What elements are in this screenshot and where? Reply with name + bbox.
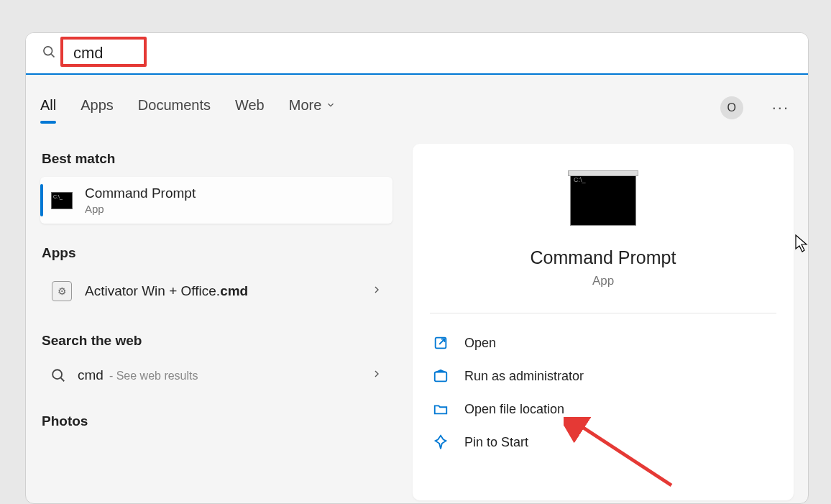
- results-column: Best match Command Prompt App Apps ⚙ Act…: [26, 129, 400, 500]
- search-icon: [50, 367, 66, 383]
- tab-more-label: More: [289, 97, 322, 114]
- web-query: cmd: [78, 367, 104, 383]
- user-avatar[interactable]: O: [720, 96, 743, 119]
- windows-search-panel: All Apps Documents Web More O ··· Best m…: [25, 32, 809, 504]
- apps-header: Apps: [42, 245, 392, 261]
- svg-rect-5: [435, 372, 447, 382]
- tab-web[interactable]: Web: [235, 97, 265, 119]
- preview-subtitle: App: [430, 274, 776, 288]
- more-options-button[interactable]: ···: [768, 98, 794, 117]
- chevron-right-icon: [371, 368, 382, 382]
- cmd-app-icon: [50, 189, 73, 212]
- action-label: Run as administrator: [464, 369, 584, 384]
- tab-documents[interactable]: Documents: [138, 97, 211, 119]
- result-title-match: cmd: [220, 283, 248, 298]
- search-bar: [26, 33, 808, 75]
- result-web-search[interactable]: cmd - See web results: [40, 359, 392, 392]
- action-run-as-admin[interactable]: Run as administrator: [430, 359, 776, 393]
- result-subtitle: App: [85, 203, 196, 215]
- best-match-header: Best match: [42, 151, 392, 167]
- search-input-wrapper: [66, 41, 138, 65]
- photos-header: Photos: [42, 413, 392, 429]
- web-hint: - See web results: [109, 370, 198, 382]
- web-result-text: cmd - See web results: [78, 367, 198, 383]
- action-pin-to-start[interactable]: Pin to Start: [430, 426, 776, 459]
- tab-more[interactable]: More: [289, 97, 336, 119]
- chevron-right-icon: [371, 284, 382, 298]
- result-title: Command Prompt: [85, 185, 196, 201]
- divider: [430, 313, 776, 313]
- folder-icon: [433, 401, 449, 417]
- gear-file-icon: ⚙: [50, 280, 73, 303]
- action-open-file-location[interactable]: Open file location: [430, 393, 776, 426]
- pin-icon: [433, 434, 449, 450]
- preview-app-icon: [570, 173, 636, 226]
- svg-line-3: [61, 378, 65, 382]
- action-label: Open: [464, 336, 496, 351]
- svg-line-1: [51, 54, 54, 57]
- svg-point-2: [52, 370, 62, 379]
- svg-point-0: [44, 47, 52, 55]
- tab-apps[interactable]: Apps: [81, 97, 114, 119]
- action-label: Open file location: [464, 402, 564, 417]
- result-text: Activator Win + Office.cmd: [85, 283, 248, 299]
- result-title-prefix: Activator Win + Office.: [85, 283, 220, 298]
- action-label: Pin to Start: [464, 435, 528, 450]
- open-icon: [433, 335, 449, 351]
- tab-all[interactable]: All: [40, 97, 56, 119]
- filter-tabs: All Apps Documents Web More O ···: [26, 75, 808, 129]
- chevron-down-icon: [326, 100, 336, 110]
- action-open[interactable]: Open: [430, 326, 776, 359]
- preview-pane: Command Prompt App Open Run as administr…: [413, 144, 794, 500]
- result-activator[interactable]: ⚙ Activator Win + Office.cmd: [40, 271, 392, 311]
- shield-admin-icon: [433, 368, 449, 384]
- preview-title: Command Prompt: [430, 247, 776, 268]
- result-title: Activator Win + Office.cmd: [85, 283, 248, 299]
- result-text: Command Prompt App: [85, 185, 196, 215]
- search-input[interactable]: [66, 41, 138, 65]
- search-icon: [42, 45, 56, 62]
- web-header: Search the web: [42, 333, 392, 349]
- content-area: Best match Command Prompt App Apps ⚙ Act…: [26, 129, 808, 500]
- result-command-prompt[interactable]: Command Prompt App: [40, 177, 392, 224]
